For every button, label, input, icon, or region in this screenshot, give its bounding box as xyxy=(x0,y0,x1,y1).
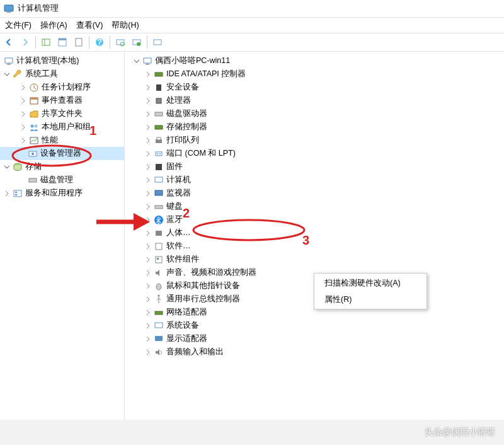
expander-icon[interactable] xyxy=(144,96,152,105)
expander-icon[interactable] xyxy=(144,335,152,344)
device-node-display[interactable]: 显示适配器 xyxy=(125,332,504,345)
export-list-button[interactable] xyxy=(71,35,86,50)
network-adapter-icon xyxy=(154,308,164,318)
expander-icon[interactable] xyxy=(144,348,152,357)
menu-view[interactable]: 查看(V) xyxy=(72,18,107,32)
tree-node-system-tools[interactable]: 系统工具 xyxy=(0,67,124,81)
forward-button[interactable] xyxy=(18,35,33,50)
tree-label: 本地用户和组 xyxy=(42,122,91,132)
svg-rect-43 xyxy=(155,190,163,195)
svg-rect-18 xyxy=(30,98,38,100)
device-node-cpu[interactable]: 处理器 xyxy=(125,94,504,107)
device-properties-button[interactable] xyxy=(150,35,165,50)
device-node-security[interactable]: 安全设备 xyxy=(125,81,504,94)
expander-icon[interactable] xyxy=(3,189,11,198)
expander-icon[interactable] xyxy=(144,242,152,251)
device-node-bluetooth[interactable]: 蓝牙 xyxy=(125,213,504,226)
tree-node-device-manager[interactable]: 设备管理器 xyxy=(0,147,124,160)
expander-icon[interactable] xyxy=(144,149,152,158)
shared-folder-icon xyxy=(29,109,39,119)
device-tree[interactable]: 偶西小嗒嗒PC-win11 IDE ATA/ATAPI 控制器 安全设备 处理器… xyxy=(125,52,504,420)
device-node-firmware[interactable]: 固件 xyxy=(125,160,504,173)
context-menu-properties[interactable]: 属性(R) xyxy=(314,291,427,308)
expander-icon[interactable] xyxy=(144,83,152,92)
expander-icon[interactable] xyxy=(19,123,28,132)
tree-label: 打印队列 xyxy=(166,135,199,146)
expander-icon[interactable] xyxy=(19,96,28,105)
device-node-software-components[interactable]: 软件… xyxy=(125,240,504,253)
menu-action[interactable]: 操作(A) xyxy=(37,18,71,32)
tree-node-services[interactable]: 服务和应用程序 xyxy=(0,187,124,200)
separator xyxy=(110,36,110,49)
device-node-hid[interactable]: 人体… xyxy=(125,226,504,240)
expander-icon[interactable] xyxy=(144,282,152,291)
expander-icon[interactable] xyxy=(19,110,28,118)
device-node-system-devices[interactable]: 系统设备 xyxy=(125,319,504,332)
tree-label: 共享文件夹 xyxy=(42,108,83,119)
expander-icon[interactable] xyxy=(144,123,152,132)
tree-node-event-viewer[interactable]: 事件查看器 xyxy=(0,94,124,107)
expander-icon[interactable] xyxy=(144,216,152,224)
svg-point-23 xyxy=(32,153,34,155)
expander-icon[interactable] xyxy=(144,163,152,171)
watermark-text: 头条@偶西小嗒嗒 xyxy=(425,427,495,438)
tree-node-local-users[interactable]: 本地用户和组 xyxy=(0,120,124,134)
expander-icon[interactable] xyxy=(144,295,152,304)
tree-label: 存储 xyxy=(25,161,42,172)
tree-node-shared-folders[interactable]: 共享文件夹 xyxy=(0,107,124,120)
device-node-keyboard[interactable]: 键盘 xyxy=(125,200,504,213)
device-node-print-queue[interactable]: 打印队列 xyxy=(125,134,504,147)
device-node-software-devices[interactable]: 软件组件 xyxy=(125,253,504,266)
expander-icon[interactable] xyxy=(19,83,28,92)
expander-icon[interactable] xyxy=(144,255,152,264)
expander-icon[interactable] xyxy=(144,308,152,317)
expander-icon[interactable] xyxy=(144,136,152,145)
device-node-host[interactable]: 偶西小嗒嗒PC-win11 xyxy=(125,54,504,67)
tree-label: 端口 (COM 和 LPT) xyxy=(166,148,236,159)
device-node-monitor[interactable]: 监视器 xyxy=(125,187,504,200)
scan-hardware-button[interactable] xyxy=(113,35,128,50)
device-node-disk-drives[interactable]: 磁盘驱动器 xyxy=(125,107,504,120)
svg-rect-15 xyxy=(7,64,11,65)
tree-label: 偶西小嗒嗒PC-win11 xyxy=(155,55,230,66)
tree-label: 人体… xyxy=(166,228,191,238)
menu-item-label: 扫描检测硬件改动(A) xyxy=(324,278,401,289)
left-tree[interactable]: 计算机管理(本地) 系统工具 任务计划程序 事件查看器 共享文件夹 本地用户和组 xyxy=(0,52,125,420)
svg-rect-6 xyxy=(76,38,82,46)
expander-icon[interactable] xyxy=(144,176,152,185)
tree-node-disk-management[interactable]: 磁盘管理 xyxy=(0,173,124,187)
device-node-ports[interactable]: 端口 (COM 和 LPT) xyxy=(125,147,504,160)
properties-button[interactable] xyxy=(55,35,70,50)
expander-icon[interactable] xyxy=(19,136,28,145)
svg-rect-41 xyxy=(156,164,162,170)
window-title: 计算机管理 xyxy=(18,3,59,14)
menu-file[interactable]: 文件(F) xyxy=(1,18,35,32)
tree-node-computer-management[interactable]: 计算机管理(本地) xyxy=(0,54,124,67)
expander-icon[interactable] xyxy=(144,202,152,211)
expander-icon[interactable] xyxy=(144,229,152,238)
device-node-storage-ctrl[interactable]: 存储控制器 xyxy=(125,120,504,134)
context-menu-scan-hardware[interactable]: 扫描检测硬件改动(A) xyxy=(314,275,427,291)
svg-rect-5 xyxy=(59,38,66,40)
expander-icon[interactable] xyxy=(3,163,11,171)
tree-node-storage[interactable]: 存储 xyxy=(0,160,124,173)
expander-icon[interactable] xyxy=(144,110,152,118)
svg-point-50 xyxy=(156,284,161,290)
expander-icon[interactable] xyxy=(132,57,141,66)
uninstall-device-button[interactable] xyxy=(129,35,144,50)
expander-icon[interactable] xyxy=(144,189,152,198)
tree-node-performance[interactable]: 性能 xyxy=(0,134,124,147)
show-hide-console-tree-button[interactable] xyxy=(38,35,54,50)
back-button[interactable] xyxy=(1,35,16,50)
menu-help[interactable]: 帮助(H) xyxy=(108,18,142,32)
services-icon xyxy=(13,188,23,199)
expander-icon[interactable] xyxy=(144,269,152,277)
device-node-audio[interactable]: 音频输入和输出 xyxy=(125,345,504,359)
expander-icon[interactable] xyxy=(144,70,152,79)
expander-icon[interactable] xyxy=(144,321,152,330)
device-node-ide[interactable]: IDE ATA/ATAPI 控制器 xyxy=(125,67,504,81)
device-node-computer[interactable]: 计算机 xyxy=(125,173,504,187)
help-button[interactable]: ? xyxy=(92,35,107,50)
expander-icon[interactable] xyxy=(3,70,11,79)
tree-node-task-scheduler[interactable]: 任务计划程序 xyxy=(0,81,124,94)
